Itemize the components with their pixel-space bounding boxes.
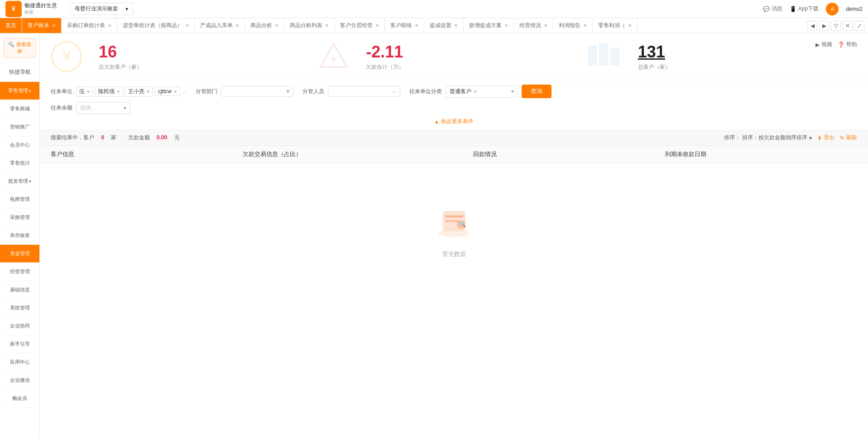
person-more: ···: [392, 88, 396, 95]
refresh-button[interactable]: ↻ 刷新: [840, 134, 857, 142]
message-label: 消息: [772, 5, 782, 13]
message-action[interactable]: 💬 消息: [763, 5, 782, 13]
help-label: 帮助: [846, 41, 857, 48]
tab-product-analysis-close[interactable]: ✕: [275, 23, 278, 28]
tab-profit-report-close[interactable]: ✕: [583, 23, 587, 28]
tab-expand[interactable]: ▽: [831, 21, 841, 31]
tab-new-promo-close[interactable]: ✕: [504, 23, 508, 28]
sidebar-search-button[interactable]: 🔍 搜索菜单: [4, 38, 36, 58]
tab-purchase-order-close[interactable]: ✕: [108, 23, 111, 28]
unit-category-close[interactable]: ✕: [473, 89, 477, 94]
export-button[interactable]: ⬇ 导出: [817, 134, 834, 142]
tab-operations[interactable]: 经营情况 ✕: [514, 18, 553, 33]
sidebar-item-operations-mgmt[interactable]: 经营管理: [0, 263, 39, 281]
svg-text:🔍: 🔍: [459, 221, 466, 228]
tab-contact-close[interactable]: ✕: [415, 23, 418, 28]
tab-customer-segment-label: 客户分层经营: [340, 22, 373, 29]
tab-customer-book[interactable]: 客户账本 ✕: [22, 18, 62, 33]
sidebar-item-quick-nav[interactable]: 快捷导航: [0, 63, 39, 82]
tab-fullscreen[interactable]: ⤢: [854, 21, 864, 31]
help-link[interactable]: ❓ 帮助: [838, 41, 857, 48]
workspace-chevron-icon: ▾: [125, 6, 128, 12]
tab-purchase-order[interactable]: 采购订单统计表 ✕: [62, 18, 117, 33]
sidebar-item-basic-info[interactable]: 基础信息: [0, 281, 39, 299]
sidebar-item-finance[interactable]: 资金管理: [0, 245, 39, 263]
sidebar-operations-label: 经营管理: [10, 269, 30, 274]
tab-close-all[interactable]: ✕: [843, 21, 853, 31]
sidebar-item-ecommerce[interactable]: 电商管理: [0, 190, 39, 209]
tag-chen-close[interactable]: ✕: [116, 89, 120, 94]
tab-new-promo-label: 新增提成方案: [469, 22, 502, 29]
tab-inbound-stats-close[interactable]: ✕: [185, 23, 189, 28]
tab-new-promo[interactable]: 新增提成方案 ✕: [464, 18, 514, 33]
sidebar-item-purchase[interactable]: 采购管理: [0, 209, 39, 227]
query-button[interactable]: 查询: [522, 85, 551, 98]
tab-customer-book-close[interactable]: ✕: [52, 23, 56, 28]
sidebar-item-inventory[interactable]: 库存核算: [0, 227, 39, 245]
tab-home[interactable]: 首页: [0, 18, 22, 33]
home-tab-label: 首页: [5, 22, 16, 29]
video-link[interactable]: ▶ 视频: [815, 41, 832, 48]
result-actions: 排序： 排序：按欠款金额倒序排序 ▾ ⬇ 导出 ↻ 刷新: [724, 134, 857, 142]
logo-subtitle: 标版: [24, 9, 57, 15]
app-download-action[interactable]: 📱 App下载: [790, 5, 819, 13]
tab-promo-settings-close[interactable]: ✕: [454, 23, 458, 28]
sidebar-item-wholesale[interactable]: 批发管理 ▾: [0, 172, 39, 190]
remain-amount-placeholder: 选择...: [80, 104, 96, 112]
tab-customer-contact[interactable]: 客户联络 ✕: [385, 18, 424, 33]
tab-profit-report[interactable]: 利润报告 ✕: [553, 18, 593, 33]
tab-product-analysis-list[interactable]: 商品分析列表 ✕: [284, 18, 335, 33]
sidebar-item-enterprise[interactable]: 企业协同: [0, 317, 39, 335]
sidebar-marketing-label: 营销推广: [10, 124, 30, 129]
result-info: 搜索结果中，客户 0 家 欠款金额 0.00 元: [51, 134, 191, 142]
tab-retail-profit[interactable]: 零售利润（ ✕: [593, 18, 638, 33]
tab-product-analysis[interactable]: 商品分析 ✕: [245, 18, 284, 33]
remain-amount-select[interactable]: 选择... ▾: [76, 102, 130, 114]
sidebar-item-retail-mall[interactable]: 零售商城: [0, 100, 39, 118]
sidebar-item-retail-management[interactable]: 零售管理 ▾: [0, 82, 39, 100]
empty-text: 暂无数据: [442, 250, 466, 258]
sidebar-item-new-user-guide[interactable]: 新手引导: [0, 335, 39, 353]
unit-category-select[interactable]: 普通客户 ✕ ▾: [446, 86, 518, 98]
sort-selector[interactable]: 排序： 排序：按欠款金额倒序排序 ▾: [724, 134, 812, 142]
tab-scroll-left[interactable]: ◀: [807, 21, 817, 31]
sidebar-item-member-center[interactable]: 会员中心: [0, 136, 39, 154]
col-debt-info: 欠款交易信息（占比）: [243, 150, 473, 158]
sidebar-item-enterprise-wechat[interactable]: 企业微信: [0, 371, 39, 390]
tab-inbound-stats-label: 进货单统计表（按商品）: [123, 22, 182, 29]
user-avatar[interactable]: d: [826, 3, 839, 15]
sidebar-item-marketing[interactable]: 营销推广: [0, 118, 39, 136]
tab-operations-close[interactable]: ✕: [544, 23, 547, 28]
svg-text:✦: ✦: [330, 54, 338, 65]
sidebar-item-system-mgmt[interactable]: 系统管理: [0, 299, 39, 317]
sidebar-item-vip-member[interactable]: 畅会员: [0, 390, 39, 408]
table-header: 客户信息 欠款交易信息（占比） 回款情况 到期未收款日期: [40, 146, 868, 163]
sidebar-item-retail-stats[interactable]: 零售统计: [0, 154, 39, 172]
tab-production-inbound[interactable]: 产成品入库单 ✕: [195, 18, 245, 33]
collapse-button[interactable]: ▲ 收起更多条件: [51, 118, 857, 125]
tab-production-close[interactable]: ✕: [235, 23, 239, 28]
svg-rect-10: [445, 220, 459, 222]
tab-product-list-close[interactable]: ✕: [325, 23, 329, 28]
filter-more-tags[interactable]: ...: [182, 88, 187, 95]
workspace-selector[interactable]: 母婴行业演示账套 ▾: [70, 3, 133, 15]
tab-customer-segment-close[interactable]: ✕: [375, 23, 379, 28]
department-select[interactable]: ▾: [221, 86, 293, 97]
tab-inbound-stats[interactable]: 进货单统计表（按商品） ✕: [117, 18, 195, 33]
refresh-icon: ↻: [840, 135, 844, 141]
tab-retail-profit-close[interactable]: ✕: [628, 23, 632, 28]
tab-scroll-right[interactable]: ▶: [819, 21, 829, 31]
sidebar-item-app-center[interactable]: 应用中心: [0, 353, 39, 371]
tag-wu-close[interactable]: ✕: [86, 89, 90, 94]
tag-cjttcw-close[interactable]: ✕: [173, 89, 177, 94]
logo-icon: ¥: [5, 1, 22, 17]
tab-customer-segment[interactable]: 客户分层经营 ✕: [335, 18, 385, 33]
person-select[interactable]: ···: [328, 86, 400, 97]
help-icon: ❓: [838, 42, 844, 48]
sidebar-quick-nav-label: 快捷导航: [9, 69, 31, 75]
video-label: 视频: [821, 41, 832, 48]
sidebar-wechat-label: 企业微信: [10, 377, 30, 383]
stat-count-label: 总客户（家）: [638, 63, 671, 71]
tag-wang-close[interactable]: ✕: [146, 89, 150, 94]
tab-promo-settings[interactable]: 提成设置 ✕: [424, 18, 464, 33]
